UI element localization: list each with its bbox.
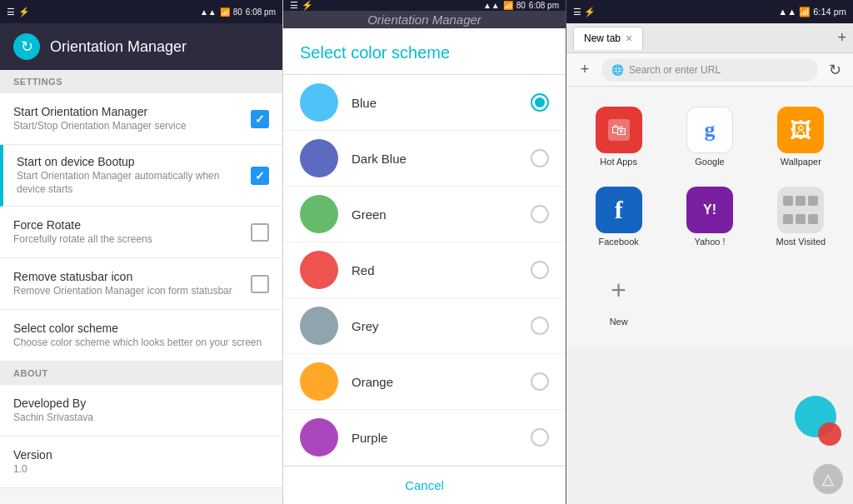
yahoo-label: Yahoo ! [694,237,725,247]
settings-panel: ☰ ⚡ ▲▲ 📶 80 6:08 pm ↻ Orientation Manage… [0,0,283,504]
radio-purple[interactable] [531,428,549,447]
settings-item-boot[interactable]: Start on device Bootup Start Orientation… [0,145,282,207]
wallpaper-label: Wallpaper [781,157,821,167]
time-3: 6:14 pm [813,7,846,17]
settings-label: SETTINGS [0,70,282,93]
app-item-wallpaper[interactable]: 🖼 Wallpaper [759,100,843,173]
color-item-blue[interactable]: Blue [283,75,566,131]
usb-icon-2: ⚡ [302,0,313,11]
app-item-facebook[interactable]: f Facebook [576,180,661,253]
dialog-blur-header: Orientation Manager [283,11,566,28]
color-swatch-blue [300,83,338,122]
settings-item-title-1: Start on device Bootup [17,155,251,168]
color-item-purple[interactable]: Purple [283,410,566,466]
color-item-darkblue[interactable]: Dark Blue [283,131,566,187]
hotapps-icon: 🛍 [596,107,642,153]
status-left-icons: ☰ ⚡ [7,7,30,17]
android-icon: ☰ [7,7,15,17]
settings-item-statusbar-icon[interactable]: Remove statusbar icon Remove Orientation… [0,258,282,310]
svg-text:🛍: 🛍 [611,122,626,138]
settings-item-title-4: Select color scheme [13,322,269,335]
settings-about-version-subtitle: 1.0 [13,463,269,477]
settings-item-subtitle-4: Choose color scheme which looks better o… [13,337,269,350]
signal-icon-3: 📶 [799,7,811,17]
wallpaper-icon: 🖼 [777,107,824,153]
color-dialog: Select color scheme Blue Dark Blue Green [283,28,566,504]
settings-item-subtitle-1: Start Orientation Manager automatically … [17,170,251,196]
settings-item-color-scheme[interactable]: Select color scheme Choose color scheme … [0,310,282,362]
android-icon-3: ☰ [573,7,581,17]
wifi-icon: ▲▲ [200,7,217,17]
time-1: 6:08 pm [246,7,276,17]
color-scheme-panel: ☰ ⚡ ▲▲ 📶 80 6:08 pm Orientation Manager … [283,0,566,504]
radio-red[interactable] [531,261,549,279]
time-2: 6:08 pm [529,1,559,10]
status3-right: ▲▲ 📶 6:14 pm [778,7,846,17]
hotapps-label: Hot Apps [600,157,637,167]
color-label-purple: Purple [352,431,517,445]
about-label: ABOUT [0,362,282,385]
facebook-label: Facebook [599,237,639,247]
scroll-to-top-button[interactable]: △ [813,464,843,494]
status2-right: ▲▲ 📶 80 6:08 pm [483,1,559,10]
browser-content-container: 🛍 Hot Apps g Google 🖼 Wallpaper [566,87,853,504]
settings-item-subtitle-0: Start/Stop Orientation Manager service [13,120,251,133]
status-right-icons: ▲▲ 📶 80 6:08 pm [200,7,276,17]
settings-about-dev-text: Developed By Sachin Srivastava [13,397,269,425]
radio-orange[interactable] [531,372,549,391]
settings-item-text-2: Force Rotate Forcefully rotate all the s… [13,218,251,247]
settings-item-developed-by: Developed By Sachin Srivastava [0,385,282,437]
settings-item-title-0: Start Orientation Manager [13,105,251,118]
color-item-green[interactable]: Green [283,187,566,242]
wifi-icon-3: ▲▲ [778,7,796,17]
checkbox-force-rotate[interactable] [251,223,269,242]
yahoo-icon: Y! [686,187,733,233]
new-plus-icon: + [596,267,642,313]
radio-blue[interactable] [531,93,549,112]
settings-about-version-title: Version [13,448,269,462]
checkbox-start-manager[interactable] [251,110,269,128]
browser-tab-new[interactable]: New tab × [573,27,643,50]
settings-item-version: Version 1.0 [0,437,282,488]
color-item-grey[interactable]: Grey [283,298,566,354]
color-label-blue: Blue [352,96,517,110]
browser-tab-bar: New tab × + [566,23,853,53]
settings-item-text-0: Start Orientation Manager Start/Stop Ori… [13,105,251,133]
new-item[interactable]: + New [576,260,661,333]
color-item-orange[interactable]: Orange [283,354,566,410]
battery-2: 80 [516,1,526,10]
app-item-mostvisited[interactable]: Most Visited [759,180,843,253]
settings-item-subtitle-3: Remove Orientation Manager icon form sta… [13,285,251,298]
color-swatch-grey [300,307,338,345]
wifi-icon-2: ▲▲ [483,1,500,10]
browser-toolbar: + 🌐 Search or enter URL ↻ [566,53,853,87]
add-bookmark-button[interactable]: + [573,61,596,78]
url-placeholder: Search or enter URL [629,64,721,76]
radio-grey[interactable] [531,317,549,335]
radio-darkblue[interactable] [531,149,549,167]
checkbox-statusbar[interactable] [251,275,269,293]
tab-close-button[interactable]: × [626,32,632,45]
app-item-yahoo[interactable]: Y! Yahoo ! [667,180,751,253]
battery-label: 80 [233,7,242,17]
new-tab-button[interactable]: + [837,29,846,47]
app-item-hotapps[interactable]: 🛍 Hot Apps [576,100,661,173]
color-item-red[interactable]: Red [283,242,566,298]
settings-item-start-manager[interactable]: Start Orientation Manager Start/Stop Ori… [0,93,282,145]
settings-about-dev-subtitle: Sachin Srivastava [13,412,269,425]
cancel-button[interactable]: Cancel [283,466,566,504]
checkbox-boot[interactable] [251,167,269,185]
settings-item-force-rotate[interactable]: Force Rotate Forcefully rotate all the s… [0,207,282,258]
signal-icon-2: 📶 [503,1,513,10]
refresh-button[interactable]: ↻ [823,61,846,79]
app-icon: ↻ [13,33,40,60]
app-item-google[interactable]: g Google [667,100,751,173]
color-label-green: Green [352,207,517,222]
settings-about-version-text: Version 1.0 [13,448,269,477]
address-bar[interactable]: 🌐 Search or enter URL [601,58,818,82]
red-bubble [818,422,841,446]
color-swatch-darkblue [300,139,338,177]
radio-green[interactable] [531,205,549,223]
color-swatch-red [300,251,338,289]
color-list: Blue Dark Blue Green Red [283,75,566,466]
